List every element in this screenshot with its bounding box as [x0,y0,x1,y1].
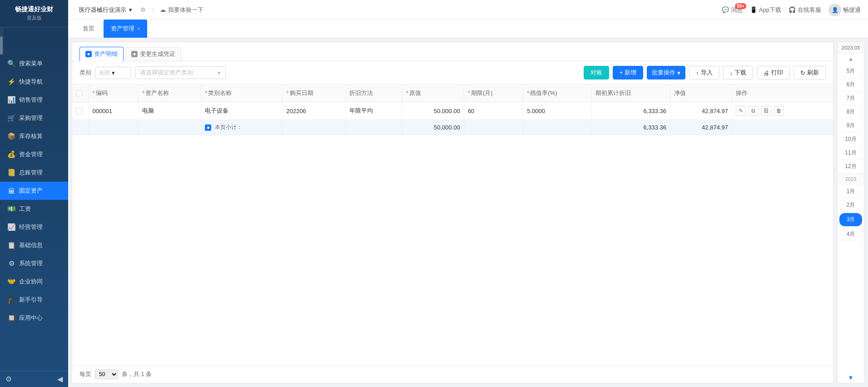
page-tabs: 首页 资产管理 × [68,20,868,38]
content-main: ■ 资产明细 ■ 变更生成凭证 类别 全部 ▾ 请选择固定资产类别 [72,42,833,383]
select-all-checkbox[interactable] [76,90,82,96]
right-panel-header: 2023.03 [838,42,864,54]
sidebar-item-general-ledger[interactable]: 📒 总账管理 [0,164,68,182]
delete-button[interactable]: 🗑 [774,106,784,116]
settings-gear-icon[interactable]: ⚙ [140,6,146,13]
year-label-2023: 2023 [838,174,864,185]
download-button[interactable]: ↓ 下载 [723,66,754,79]
col-net-value: 净值 [670,84,732,102]
sidebar-item-quick-nav[interactable]: ⚡ 快捷导航 [0,73,68,91]
capital-icon: 💰 [7,150,15,159]
month-item-4[interactable]: 4月 [838,228,864,241]
month-item-9[interactable]: 9月 [838,119,864,133]
app-download-icon: 📱 [750,6,757,13]
panel-down-arrow[interactable]: ▼ [838,372,864,383]
batch-ops-button[interactable]: 批量操作 ▾ [647,66,685,79]
month-item-5[interactable]: 5月 [838,64,864,78]
month-item-2[interactable]: 2月 [838,198,864,212]
settings-button[interactable]: ⚙ [5,375,12,383]
refresh-icon: ↻ [800,69,805,76]
sidebar-item-basic-info[interactable]: 📋 基础信息 [0,236,68,254]
sidebar-item-enterprise[interactable]: 🤝 企业协同 [0,273,68,291]
cloud-icon: ☁ [160,6,166,13]
col-code: *编码 [89,84,139,102]
import-icon: ↑ [696,69,699,76]
app-subtitle: 普及版 [27,15,42,21]
dropdown-arrow-icon: ▾ [112,69,115,76]
filter-category-input[interactable]: 请选择固定资产类别 ▾ [135,66,226,79]
payroll-icon: 💵 [7,205,15,213]
month-item-7[interactable]: 7月 [838,92,864,105]
refresh-button[interactable]: ↻ 刷新 [794,66,826,79]
message-icon: 💬 [722,6,729,13]
sidebar-item-fixed-assets[interactable]: 🏛 固定资产 [0,182,68,200]
dropdown-label: 全部 [99,69,110,77]
col-depreciation-method: 折旧方法 [345,84,402,102]
inner-tab-asset-detail[interactable]: ■ 资产明细 [79,47,124,61]
tab-asset-management[interactable]: 资产管理 × [104,20,147,38]
inner-tab-voucher-gen[interactable]: ■ 变更生成凭证 [125,47,181,61]
new-button[interactable]: + 新增 [613,66,643,79]
import-button[interactable]: ↑ 导入 [689,66,719,79]
ledger-icon: 📒 [7,169,15,177]
filter-category-dropdown[interactable]: 全部 ▾ [95,67,131,79]
asset-detail-icon: ■ [85,51,92,57]
table-row: 000001 电脑 电子设备 202206 年限平均 50,000.00 60 … [72,102,833,120]
enterprise-icon: 🤝 [7,278,15,286]
sidebar-item-purchase[interactable]: 🛒 采购管理 [0,109,68,127]
tab-home[interactable]: 首页 [75,20,102,38]
sidebar-item-inventory[interactable]: 📦 库存核算 [0,127,68,145]
sidebar-item-guide[interactable]: 🎓 新手引导 [0,291,68,309]
month-item-1[interactable]: 1月 [838,185,864,198]
batch-ops-label: 批量操作 [652,69,675,77]
collapse-button[interactable]: ◀ [57,375,63,383]
row-initial-depreciation-cell: 6,333.36 [592,102,670,120]
sidebar-item-capital[interactable]: 💰 资金管理 [0,145,68,164]
month-item-11[interactable]: 11月 [838,146,864,160]
asset-table-wrap: *编码 *资产名称 *类别名称 *购买日期 折旧方法 *原值 *期限(月) *残… [72,84,833,365]
edit-button[interactable]: ✎ [736,106,746,116]
panel-up-arrow[interactable]: ▲ [847,55,854,63]
app-download-action[interactable]: 📱 App下载 [750,6,781,14]
row-category-cell: 电子设备 [201,102,283,120]
month-item-12[interactable]: 12月 [838,160,864,174]
row-period-cell: 60 [464,102,523,120]
top-header: 医疗器械行业演示 ▾ ⚙ | ☁ 我要体验一下 💬 消息 99+ 📱 App下载… [68,0,868,20]
tab-close-icon[interactable]: × [137,26,140,31]
link-button[interactable]: ⛓ [761,106,771,116]
message-action[interactable]: 💬 消息 99+ [722,6,743,14]
row-net-value-cell: 42,874.97 [670,102,732,120]
month-item-6[interactable]: 6月 [838,78,864,92]
right-panel: 2023.03 ▲ 5月 6月 7月 8月 9月 10月 11月 12月 202… [837,42,864,383]
reconcile-button[interactable]: 对账 [584,66,609,79]
row-checkbox-cell [72,102,89,120]
download-label: 下载 [734,69,746,77]
company-selector[interactable]: 医疗器械行业演示 ▾ [75,4,136,16]
company-dropdown-icon: ▾ [129,6,132,13]
row-checkbox[interactable] [76,108,82,114]
online-service-action[interactable]: 🎧 在线客服 [789,6,821,14]
per-page-select[interactable]: 50 10 20 100 [95,369,118,379]
sidebar-item-search[interactable]: 🔍 搜索菜单 [0,55,68,73]
sidebar-nav: 🔍 搜索菜单 ⚡ 快捷导航 📊 销售管理 🛒 采购管理 📦 库存核算 💰 资金管… [0,55,68,371]
month-item-8[interactable]: 8月 [838,105,864,119]
user-profile-action[interactable]: 👤 畅捷通 [828,4,861,16]
row-residual-rate-cell: 5.0000 [523,102,592,120]
col-actions: 操作 [732,84,833,102]
subtotal-original-value: 50,000.00 [402,120,464,135]
sidebar-item-sales[interactable]: 📊 销售管理 [0,91,68,109]
total-count: 条，共 1 条 [122,370,152,378]
sidebar-item-payroll[interactable]: 💵 工资 [0,200,68,218]
sidebar-item-system[interactable]: ⚙ 系统管理 [0,254,68,273]
sidebar-item-app-center[interactable]: 🔲 应用中心 [0,309,68,327]
toolbar: 类别 全部 ▾ 请选择固定资产类别 ▾ 对账 + 新增 [72,61,833,84]
experience-button[interactable]: ☁ 我要体验一下 [160,6,203,14]
voucher-gen-icon: ■ [131,51,138,57]
col-residual-rate: *残值率(%) [523,84,592,102]
month-item-10[interactable]: 10月 [838,133,864,146]
copy-button[interactable]: ⧉ [749,106,759,116]
sidebar-item-operations[interactable]: 📈 经营管理 [0,218,68,236]
print-button[interactable]: 🖨 打印 [757,66,790,79]
month-item-3-current[interactable]: 3月 [839,213,862,227]
toolbar-actions: 对账 + 新增 批量操作 ▾ ↑ 导入 ↓ 下载 [584,66,826,79]
